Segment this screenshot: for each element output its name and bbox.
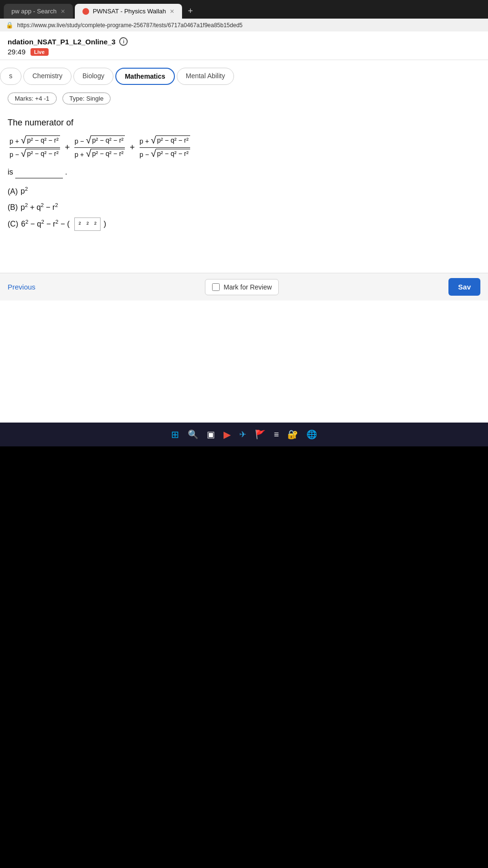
address-bar: 🔒 https://www.pw.live/study/complete-pro… (0, 19, 488, 31)
tab-pwnsat[interactable]: PWNSAT - Physics Wallah ✕ (75, 4, 183, 19)
tab-s-label: s (9, 72, 12, 80)
fraction-2: p − √p² − q² − r² p + √p² − q² − r² (74, 135, 125, 160)
question-meta: Marks: +4 -1 Type: Single (0, 89, 488, 108)
black-area (0, 446, 488, 868)
url-text: https://www.pw.live/study/complete-progr… (17, 22, 482, 29)
files-icon[interactable]: 🚩 (255, 429, 265, 440)
timer-row: 29:49 Live (8, 48, 480, 56)
option-c-bracket: ² ² ² (74, 217, 101, 231)
close-icon[interactable]: ✕ (170, 8, 174, 15)
type-badge: Type: Single (62, 93, 111, 104)
browser-chrome: pw app - Search ✕ PWNSAT - Physics Walla… (0, 0, 488, 31)
option-c-label: (C) (8, 218, 18, 230)
close-icon[interactable]: ✕ (61, 8, 65, 15)
mark-review-checkbox[interactable] (212, 283, 220, 291)
fraction-1-denominator: p − √p² − q² − r² (10, 148, 60, 160)
taskbar: ⊞ 🔍 ▣ ▶ ✈ 🚩 ≡ 🔐 🌐 (0, 423, 488, 446)
question-intro-text: The numerator of (8, 116, 480, 130)
option-c-close: ) (103, 218, 106, 230)
mark-for-review[interactable]: Mark for Review (205, 279, 279, 295)
is-text: is (8, 168, 13, 176)
tab-label: PWNSAT - Physics Wallah (93, 8, 166, 15)
period: . (65, 168, 67, 176)
fraction-3: p + √p² − q² − r² p − √p² − q² − r² (140, 135, 190, 160)
fraction-1: p + √p² − q² − r² p − √p² − q² − r² (10, 135, 60, 160)
telegram-icon[interactable]: ✈ (239, 429, 246, 440)
timer-text: 29:49 (8, 48, 26, 56)
previous-button[interactable]: Previous (8, 283, 35, 291)
lock-taskbar-icon[interactable]: 🔐 (287, 429, 298, 440)
info-icon[interactable]: i (119, 37, 128, 46)
radical-3: √p² − q² − r² (86, 135, 125, 145)
option-c-text: 62 − q2 − r2 − ( (21, 218, 70, 230)
tab-mathematics-label: Mathematics (125, 72, 165, 80)
operator-plus-1: + (65, 141, 70, 155)
tab-chemistry[interactable]: Chemistry (23, 68, 71, 85)
favicon-icon (82, 8, 89, 15)
tab-mathematics[interactable]: Mathematics (115, 68, 175, 85)
answer-options: (A) p2 (B) p2 + q2 − r2 (C) 62 − q2 − r2… (8, 185, 480, 231)
save-button[interactable]: Sav (448, 278, 480, 296)
lock-icon: 🔒 (6, 21, 13, 29)
blank-line (15, 166, 63, 179)
tab-chemistry-label: Chemistry (32, 72, 62, 80)
search-icon[interactable]: 🔍 (188, 429, 198, 440)
page-header: ndation_NSAT_P1_L2_Online_3 i 29:49 Live (0, 31, 488, 60)
page-content: ndation_NSAT_P1_L2_Online_3 i 29:49 Live… (0, 31, 488, 423)
radical-1: √p² − q² − r² (21, 135, 60, 145)
radical-2: √p² − q² − r² (21, 149, 60, 159)
taskview-icon[interactable]: ▣ (207, 429, 215, 440)
tab-bar: pw app - Search ✕ PWNSAT - Physics Walla… (0, 0, 488, 19)
tab-biology-label: Biology (82, 72, 104, 80)
is-blank-row: is . (8, 166, 480, 179)
tab-biology[interactable]: Biology (73, 68, 113, 85)
option-a-text: p2 (20, 185, 28, 197)
fraction-2-numerator: p − √p² − q² − r² (74, 135, 125, 148)
radical-6: √p² − q² − r² (151, 149, 190, 159)
tab-s[interactable]: s (0, 68, 21, 85)
menu-icon[interactable]: ≡ (274, 430, 279, 440)
option-a[interactable]: (A) p2 (8, 185, 480, 197)
fraction-3-denominator: p − √p² − q² − r² (140, 148, 190, 160)
fraction-3-numerator: p + √p² − q² − r² (140, 135, 190, 148)
option-c[interactable]: (C) 62 − q2 − r2 − ( ² ² ² ) (8, 217, 480, 231)
fraction-1-numerator: p + √p² − q² − r² (10, 135, 60, 148)
test-title-row: ndation_NSAT_P1_L2_Online_3 i (8, 37, 480, 46)
windows-icon[interactable]: ⊞ (171, 429, 179, 440)
option-b[interactable]: (B) p2 + q2 − r2 (8, 201, 480, 214)
tab-label: pw app - Search (11, 8, 57, 15)
operator-plus-2: + (130, 141, 135, 155)
option-b-text: p2 + q2 − r2 (20, 201, 58, 214)
mark-review-label: Mark for Review (224, 283, 272, 291)
math-expression: p + √p² − q² − r² p − √p² − q² − r² + p … (8, 135, 480, 160)
tab-mental-ability[interactable]: Mental Ability (177, 68, 234, 85)
bottom-bar: Previous Mark for Review Sav (0, 273, 488, 300)
subject-tabs: s Chemistry Biology Mathematics Mental A… (0, 60, 488, 89)
live-badge: Live (30, 48, 49, 56)
question-body: The numerator of p + √p² − q² − r² p − √… (0, 108, 488, 273)
youtube-icon[interactable]: ▶ (224, 429, 231, 440)
test-title-text: ndation_NSAT_P1_L2_Online_3 (8, 38, 115, 46)
marks-badge: Marks: +4 -1 (8, 93, 57, 104)
browser-icon[interactable]: 🌐 (306, 429, 317, 440)
radical-4: √p² − q² − r² (86, 149, 125, 159)
tab-pw-search[interactable]: pw app - Search ✕ (4, 4, 73, 19)
option-a-label: (A) (8, 186, 18, 198)
fraction-2-denominator: p + √p² − q² − r² (74, 148, 125, 160)
tab-mental-ability-label: Mental Ability (186, 72, 225, 80)
new-tab-button[interactable]: + (184, 4, 197, 18)
radical-5: √p² − q² − r² (151, 135, 190, 145)
option-b-label: (B) (8, 201, 18, 214)
